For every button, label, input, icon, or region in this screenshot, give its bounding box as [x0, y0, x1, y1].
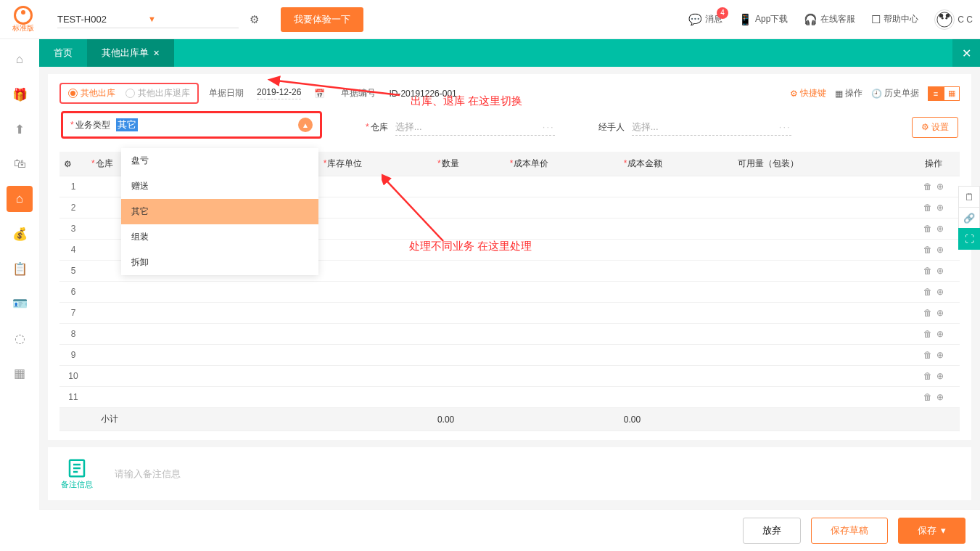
- nav-new[interactable]: ▦: [7, 360, 33, 386]
- nav-money[interactable]: 💰: [7, 221, 33, 247]
- add-icon[interactable]: ⊕: [936, 266, 944, 276]
- dd-item-1[interactable]: 赠送: [121, 174, 318, 199]
- app-download-link[interactable]: 📱App下载: [738, 13, 788, 26]
- trial-button[interactable]: 我要体验一下: [281, 7, 363, 32]
- radio-outbound[interactable]: 其他出库: [68, 87, 115, 99]
- tab-outbound[interactable]: 其他出库单✕: [87, 39, 174, 67]
- actions-label: 操作: [845, 87, 862, 99]
- help-link[interactable]: ☐帮助中心: [871, 13, 918, 26]
- nav-gift[interactable]: 🎁: [7, 81, 33, 107]
- dock-link-icon[interactable]: 🔗: [958, 207, 980, 229]
- nav-cart[interactable]: 🛍: [7, 151, 33, 177]
- close-icon[interactable]: ✕: [153, 49, 160, 58]
- add-icon[interactable]: ⊕: [936, 181, 944, 192]
- chevron-up-icon: ▲: [298, 118, 313, 132]
- nav-warehouse[interactable]: ⌂: [7, 186, 33, 212]
- dd-item-0[interactable]: 盘亏: [121, 148, 318, 174]
- add-icon[interactable]: ⊕: [936, 287, 944, 297]
- table-row[interactable]: 9🗑⊕: [59, 345, 960, 366]
- add-icon[interactable]: ⊕: [936, 392, 944, 402]
- dd-item-4[interactable]: 拆卸: [121, 250, 318, 275]
- calendar-icon[interactable]: 📅: [314, 89, 325, 99]
- row-index: 2: [59, 197, 87, 219]
- remark-title: 备注信息: [61, 479, 93, 490]
- tab-home[interactable]: 首页: [39, 39, 87, 67]
- add-icon[interactable]: ⊕: [936, 245, 944, 255]
- chevron-down-icon: ▼: [148, 15, 239, 23]
- handler-label: 经手人: [598, 122, 625, 132]
- view-list[interactable]: ≡: [928, 86, 944, 101]
- actions-link[interactable]: ▦操作: [835, 87, 862, 99]
- top-right: 💬 消息 4 📱App下载 🎧在线客服 ☐帮助中心 C C: [688, 9, 973, 30]
- delete-icon[interactable]: 🗑: [923, 329, 932, 339]
- delete-icon[interactable]: 🗑: [923, 392, 932, 402]
- delete-icon[interactable]: 🗑: [923, 308, 932, 318]
- dd-item-2[interactable]: 其它: [121, 199, 318, 224]
- add-icon[interactable]: ⊕: [936, 371, 944, 381]
- sidenav: ⌂ 🎁 ⬆ 🛍 ⌂ 💰 📋 🪪 ◌ ▦: [0, 39, 39, 551]
- nav-inbound[interactable]: ⬆: [7, 116, 33, 142]
- messages-link[interactable]: 💬 消息 4: [688, 13, 722, 26]
- nav-id[interactable]: 🪪: [7, 290, 33, 317]
- shortcut-link[interactable]: ⚙快捷键: [790, 87, 826, 99]
- date-value[interactable]: 2019-12-26: [257, 87, 301, 99]
- nav-clipboard[interactable]: 📋: [7, 256, 33, 282]
- handler-select[interactable]: 选择...···: [632, 119, 791, 136]
- col-qty: *数量: [433, 152, 506, 176]
- settings-button[interactable]: ⚙ 设置: [912, 117, 958, 138]
- delete-icon[interactable]: 🗑: [923, 371, 932, 381]
- svg-point-0: [937, 12, 952, 26]
- col-settings[interactable]: ⚙: [59, 152, 87, 176]
- user-menu[interactable]: C C: [934, 9, 973, 30]
- warehouse-select[interactable]: 选择...···: [395, 119, 555, 136]
- gear-icon[interactable]: ⚙: [250, 13, 259, 26]
- delete-icon[interactable]: 🗑: [923, 245, 932, 255]
- col-ops: 操作: [907, 152, 960, 176]
- business-type-select[interactable]: *业务类型 其它 ▲: [70, 118, 313, 132]
- draft-button[interactable]: 保存草稿: [811, 518, 888, 544]
- add-icon[interactable]: ⊕: [936, 224, 944, 234]
- table-row[interactable]: 10🗑⊕: [59, 366, 960, 387]
- row-index: 6: [59, 282, 87, 303]
- add-icon[interactable]: ⊕: [936, 350, 944, 360]
- dock-note-icon[interactable]: 🗒: [958, 186, 980, 208]
- delete-icon[interactable]: 🗑: [923, 181, 932, 192]
- table-row[interactable]: 8🗑⊕: [59, 324, 960, 345]
- row-index: 8: [59, 324, 87, 345]
- delete-icon[interactable]: 🗑: [923, 203, 932, 213]
- nav-loading[interactable]: ◌: [7, 325, 33, 351]
- view-toggle: ≡ ▦: [928, 86, 960, 101]
- close-all-tabs[interactable]: ✕: [952, 39, 980, 67]
- dock-expand-icon[interactable]: ⛶: [958, 228, 980, 250]
- org-selector[interactable]: TEST-H002 ▼: [57, 11, 239, 28]
- table-row[interactable]: 6🗑⊕: [59, 282, 960, 303]
- dd-item-3[interactable]: 组装: [121, 224, 318, 250]
- add-icon[interactable]: ⊕: [936, 203, 944, 213]
- view-grid[interactable]: ▦: [944, 86, 960, 101]
- tab-home-label: 首页: [54, 46, 73, 60]
- col-available: 可用量（包装）: [733, 152, 907, 176]
- table-row[interactable]: 7🗑⊕: [59, 303, 960, 324]
- add-icon[interactable]: ⊕: [936, 329, 944, 339]
- svg-point-3: [939, 13, 944, 17]
- history-link[interactable]: 🕘历史单据: [871, 87, 919, 99]
- table-row[interactable]: 11🗑⊕: [59, 387, 960, 408]
- biz-value: 其它: [116, 118, 138, 131]
- radio-dot-icon: [125, 89, 135, 98]
- org-name: TEST-H002: [57, 14, 148, 25]
- remark-input[interactable]: [115, 468, 958, 479]
- delete-icon[interactable]: 🗑: [923, 266, 932, 276]
- delete-icon[interactable]: 🗑: [923, 224, 932, 234]
- add-icon[interactable]: ⊕: [936, 308, 944, 318]
- row-index: 7: [59, 303, 87, 324]
- topbar: 标准版 TEST-H002 ▼ ⚙ 我要体验一下 💬 消息 4 📱App下载 🎧…: [0, 0, 980, 39]
- radio-return-label: 其他出库退库: [138, 87, 190, 99]
- radio-dot-icon: [68, 89, 78, 98]
- support-link[interactable]: 🎧在线客服: [804, 13, 855, 26]
- delete-icon[interactable]: 🗑: [923, 287, 932, 297]
- nav-home[interactable]: ⌂: [7, 46, 33, 73]
- discard-button[interactable]: 放弃: [743, 518, 801, 544]
- radio-return[interactable]: 其他出库退库: [125, 87, 190, 99]
- delete-icon[interactable]: 🗑: [923, 350, 932, 360]
- save-button[interactable]: 保存▾: [898, 518, 965, 544]
